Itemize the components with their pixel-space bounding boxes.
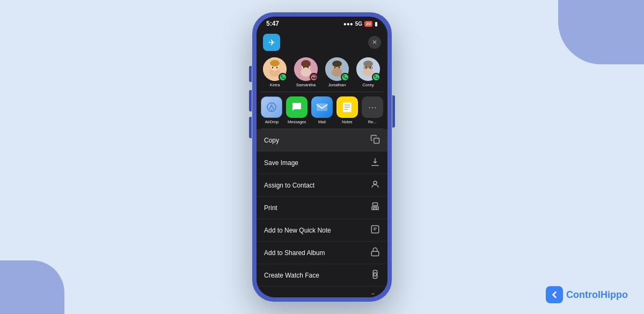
- airdrop-icon: [261, 96, 282, 118]
- status-time: 5:47: [266, 20, 279, 27]
- svg-point-10: [303, 67, 304, 69]
- save-files-icon: [370, 292, 380, 294]
- action-copy[interactable]: Copy: [257, 129, 387, 152]
- phone-button-volume-down: [249, 117, 252, 138]
- brand-logo: ControlHippo: [546, 286, 628, 303]
- badge-instagram-samantha: 📷: [310, 73, 318, 81]
- avatar-wrapper-samantha: 📷: [294, 57, 318, 81]
- svg-point-5: [276, 67, 277, 69]
- status-icons: ●●● 5G 20 ▮: [343, 21, 378, 27]
- svg-point-15: [332, 61, 342, 67]
- network-type: 5G: [355, 21, 362, 27]
- app-name-airdrop: AirDrop: [265, 119, 279, 124]
- notes-symbol: [341, 101, 354, 114]
- svg-rect-36: [373, 203, 378, 206]
- action-quick-note-label: Add to New Quick Note: [264, 227, 331, 234]
- status-bar: 5:47 ●●● 5G 20 ▮: [257, 17, 387, 29]
- avatar-wrapper-corey: 📞: [356, 57, 380, 81]
- close-icon: ✕: [372, 39, 377, 46]
- contact-keira[interactable]: 📞 Keira: [261, 57, 289, 87]
- signal-icon: ●●●: [343, 21, 353, 27]
- badge-whatsapp-keira: 📞: [279, 73, 287, 81]
- assign-contact-icon: [370, 180, 380, 191]
- brand-icon: [546, 286, 563, 303]
- phone-screen: 5:47 ●●● 5G 20 ▮ ✈ ✕: [257, 17, 387, 297]
- contact-name-corey: Corey: [362, 83, 374, 87]
- apps-row: AirDrop Messages: [257, 92, 387, 129]
- decorative-blob-bottom-left: [0, 260, 64, 314]
- avatar-wrapper-jonathan: 📞: [325, 57, 349, 81]
- action-save-image[interactable]: Save Image: [257, 152, 387, 174]
- telegram-icon: ✈: [263, 34, 280, 51]
- airdrop-symbol: [265, 101, 278, 114]
- mail-icon: [311, 96, 333, 118]
- decorative-blob-top-right: [558, 0, 644, 64]
- action-quick-note[interactable]: Add to New Quick Note: [257, 219, 387, 242]
- svg-point-16: [334, 67, 335, 69]
- action-print-label: Print: [264, 204, 277, 212]
- app-airdrop[interactable]: AirDrop: [261, 96, 283, 124]
- contact-name-keira: Keira: [270, 83, 280, 87]
- brand-name-suffix: Hippo: [601, 289, 628, 300]
- copy-icon: [370, 134, 380, 146]
- svg-point-3: [270, 60, 280, 66]
- svg-point-9: [301, 60, 311, 68]
- app-messages[interactable]: Messages: [286, 96, 308, 124]
- action-save-image-label: Save Image: [264, 159, 298, 167]
- contact-samantha[interactable]: 📷 Samantha: [292, 57, 320, 87]
- badge-whatsapp-corey: 📞: [372, 73, 380, 81]
- messages-symbol: [290, 101, 303, 114]
- action-print[interactable]: Print: [257, 197, 387, 219]
- phone-button-mute: [249, 66, 252, 82]
- action-shared-album[interactable]: Add to Shared Album: [257, 242, 387, 264]
- quick-note-icon: [370, 225, 380, 236]
- app-mail[interactable]: Mail: [311, 96, 333, 124]
- shared-album-icon: [370, 247, 380, 258]
- contact-name-jonathan: Jonathan: [328, 83, 346, 87]
- svg-point-11: [308, 67, 309, 69]
- svg-point-17: [339, 67, 340, 69]
- action-save-files[interactable]: Save to Files: [257, 287, 387, 294]
- svg-rect-34: [374, 138, 379, 144]
- save-image-icon: [370, 157, 380, 168]
- avatar-wrapper-keira: 📞: [263, 57, 287, 81]
- svg-rect-41: [371, 251, 379, 256]
- sheet-header: ✈ ✕: [257, 29, 387, 55]
- phone-frame: 5:47 ●●● 5G 20 ▮ ✈ ✕: [252, 12, 392, 302]
- svg-point-22: [365, 67, 367, 69]
- brand-symbol: [549, 289, 560, 300]
- action-watch-face[interactable]: Create Watch Face: [257, 264, 387, 287]
- svg-point-35: [374, 181, 377, 184]
- contact-corey[interactable]: 📞 Corey: [354, 57, 382, 87]
- contact-jonathan[interactable]: 📞 Jonathan: [323, 57, 351, 87]
- badge-whatsapp-jonathan: 📞: [341, 73, 349, 81]
- close-button[interactable]: ✕: [368, 36, 381, 49]
- brand-name: ControlHippo: [566, 289, 628, 301]
- phone-button-volume-up: [249, 90, 252, 111]
- battery-icon: ▮: [375, 21, 378, 27]
- share-sheet: ✈ ✕: [257, 29, 387, 294]
- svg-rect-37: [374, 208, 377, 210]
- contacts-row: 📞 Keira: [257, 55, 387, 92]
- more-icon: ⋯: [362, 96, 383, 118]
- svg-point-4: [272, 67, 273, 69]
- telegram-symbol: ✈: [268, 38, 275, 48]
- action-watch-face-label: Create Watch Face: [264, 272, 319, 279]
- svg-point-23: [370, 67, 371, 69]
- svg-point-28: [271, 110, 273, 111]
- signal-badge: 20: [364, 21, 372, 27]
- app-more[interactable]: ⋯ Re...: [361, 96, 383, 124]
- brand-name-prefix: Control: [566, 289, 601, 300]
- contact-name-samantha: Samantha: [296, 83, 316, 87]
- app-name-mail: Mail: [318, 119, 326, 124]
- svg-point-21: [363, 61, 373, 67]
- app-notes[interactable]: Notes: [336, 96, 358, 124]
- action-assign-contact[interactable]: Assign to Contact: [257, 174, 387, 197]
- app-name-messages: Messages: [288, 119, 306, 124]
- phone-button-power: [392, 95, 395, 128]
- action-copy-label: Copy: [264, 137, 279, 144]
- action-shared-album-label: Add to Shared Album: [264, 249, 325, 257]
- app-name-notes: Notes: [342, 119, 353, 124]
- notes-icon: [336, 96, 358, 118]
- action-assign-contact-label: Assign to Contact: [264, 182, 314, 189]
